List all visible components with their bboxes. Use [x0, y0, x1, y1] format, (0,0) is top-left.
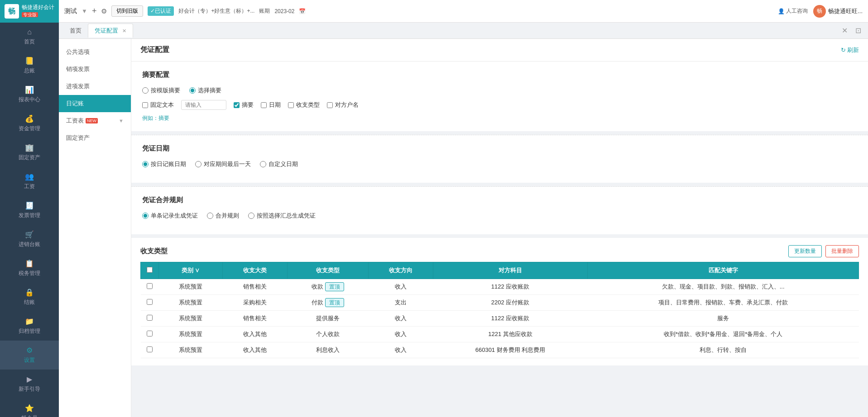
radio-custom-date[interactable]: 自定义日期	[260, 160, 298, 168]
batch-delete-button[interactable]: 批量删除	[825, 245, 859, 257]
sidebar-item-tax-label: 税务管理	[19, 270, 40, 277]
radio-last-day[interactable]: 对应期间最后一天	[195, 160, 251, 168]
page-title: 凭证配置	[140, 45, 169, 55]
radio-single[interactable]: 单条记录生成凭证	[142, 212, 198, 220]
fixed-text-input[interactable]	[181, 100, 226, 110]
refresh-button[interactable]: ↻ 刷新	[841, 46, 859, 54]
merge-radio-group: 单条记录生成凭证 合并规则 按照选择汇总生成凭证	[142, 212, 857, 220]
sidebar-item-invoices[interactable]: 🧾 发票管理	[0, 196, 59, 225]
row-keywords-1: 欠款、现金、项目款、到款、报销款、汇入、...	[588, 279, 859, 295]
sidebar-item-ledger[interactable]: 📒 总账	[0, 51, 59, 80]
tab-home[interactable]: 首页	[63, 24, 88, 38]
ledger-icon: 📒	[25, 57, 34, 65]
top-bar: 测试 ▼ + ⚙ 切到旧版 ✓已认证 好会计（专）+好生意（标）+... 账期 …	[59, 0, 868, 23]
sidebar-item-closing-label: 结账	[24, 299, 35, 306]
tab-close-icon[interactable]: ✕	[122, 28, 126, 33]
row-big-type-3: 销售相关	[222, 311, 287, 327]
row-big-type-4: 收入其他	[222, 327, 287, 342]
sidebar-item-reports-label: 报表中心	[19, 96, 40, 104]
logo-icon: 畅	[5, 4, 19, 19]
summary-gen-label: 按照选择汇总生成凭证	[257, 212, 316, 220]
row-big-type-1: 销售相关	[222, 279, 287, 295]
main-area: 测试 ▼ + ⚙ 切到旧版 ✓已认证 好会计（专）+好生意（标）+... 账期 …	[59, 0, 868, 417]
row-subject-5: 660301 财务费用 利息费用	[433, 342, 588, 358]
sidebar-item-assets[interactable]: 🏢 固定资产	[0, 138, 59, 167]
topbar-right: 👤 人工咨询 畅 畅捷通旺旺...	[778, 5, 863, 18]
sidebar-item-tax[interactable]: 📋 税务管理	[0, 254, 59, 283]
window-expand-icon[interactable]: ⊡	[853, 25, 863, 36]
sidebar-item-home[interactable]: ⌂ 首页	[0, 23, 59, 51]
left-nav-public[interactable]: 公共选项	[59, 43, 131, 61]
single-label: 单条记录生成凭证	[151, 212, 198, 220]
row-checkbox-4	[141, 327, 159, 342]
row-keywords-4: 收到*借款、收到*备用金、退回*备用金、个人	[588, 327, 859, 342]
left-nav-journal[interactable]: 日记账	[59, 95, 131, 112]
sidebar-item-reports[interactable]: 📊 报表中心	[0, 80, 59, 109]
window-close-icon[interactable]: ✕	[839, 25, 850, 36]
tab-bar: 首页 凭证配置 ✕ ✕ ⊡	[59, 23, 868, 39]
radio-journal-date[interactable]: 按日记账日期	[142, 160, 186, 168]
radio-template-summary[interactable]: 按模版摘要	[142, 86, 180, 95]
sidebar-item-member[interactable]: ⭐ 畅会员	[0, 398, 59, 417]
row-type-2: 付款 置顶	[287, 295, 368, 311]
type-tag-1[interactable]: 置顶	[325, 282, 344, 291]
support-button[interactable]: 👤 人工咨询	[778, 7, 808, 15]
topbar-add-icon[interactable]: +	[92, 6, 97, 16]
left-nav-sales-invoice[interactable]: 销项发票	[59, 61, 131, 78]
sidebar-item-funds-label: 资金管理	[19, 125, 40, 133]
period-label: 账期	[259, 7, 270, 15]
calendar-icon[interactable]: 📅	[299, 8, 306, 14]
invoices-icon: 🧾	[25, 201, 34, 210]
left-nav-fixed-assets[interactable]: 固定资产	[59, 129, 131, 147]
user-profile[interactable]: 畅 畅捷通旺旺...	[813, 5, 863, 18]
checkbox-summary[interactable]: 摘要	[234, 101, 254, 109]
th-direction: 收支方向	[368, 262, 433, 279]
row-category-2: 系统预置	[159, 295, 223, 311]
nav-arrow-icon: ▼	[119, 118, 124, 123]
sidebar-item-guide[interactable]: ▶ 新手引导	[0, 370, 59, 398]
topbar-gear-icon[interactable]: ⚙	[101, 7, 107, 15]
checkbox-fixed-text[interactable]: 固定文本	[142, 101, 174, 109]
radio-summary-gen[interactable]: 按照选择汇总生成凭证	[248, 212, 316, 220]
income-type-label: 收支类型	[296, 101, 320, 109]
date-radio-group: 按日记账日期 对应期间最后一天 自定义日期	[142, 160, 857, 168]
row-type-5: 利息收入	[287, 342, 368, 358]
sidebar-item-settings[interactable]: ⚙ 设置	[0, 341, 59, 370]
checkbox-counterpart[interactable]: 对方户名	[327, 101, 359, 109]
row-direction-3: 收入	[368, 311, 433, 327]
type-tag-2[interactable]: 置顶	[325, 298, 344, 307]
topbar-dropdown-icon[interactable]: ▼	[82, 8, 87, 14]
row-subject-2: 2202 应付账款	[433, 295, 588, 311]
sidebar-item-salary[interactable]: 👥 工资	[0, 167, 59, 196]
radio-merge[interactable]: 合并规则	[207, 212, 239, 220]
table-row: 系统预置 收入其他 个人收款 收入 1221 其他应收款 收到*借款、收到*备用…	[141, 327, 859, 342]
row-direction-4: 收入	[368, 327, 433, 342]
logo-text: 畅捷通好会计 专业版	[22, 4, 54, 18]
voucher-date-title: 凭证日期	[142, 144, 857, 153]
sidebar-item-assets-label: 固定资产	[19, 154, 40, 161]
sidebar-item-closing[interactable]: 🔒 结账	[0, 283, 59, 312]
checkbox-income-type[interactable]: 收支类型	[288, 101, 320, 109]
radio-select-summary[interactable]: 选择摘要	[189, 86, 221, 95]
merge-rule-section: 凭证合并规则 单条记录生成凭证 合并规则 按照选择汇总生成凭证	[131, 187, 868, 238]
sidebar-item-purchase[interactable]: 🛒 进销台账	[0, 225, 59, 254]
switch-version-button[interactable]: 切到旧版	[111, 5, 143, 17]
sidebar-item-funds[interactable]: 💰 资金管理	[0, 109, 59, 138]
row-direction-5: 收入	[368, 342, 433, 358]
row-big-type-2: 采购相关	[222, 295, 287, 311]
select-all-checkbox[interactable]	[147, 267, 153, 273]
sidebar-item-home-label: 首页	[24, 38, 35, 46]
refresh-icon: ↻	[841, 47, 846, 53]
sidebar-item-archive[interactable]: 📁 归档管理	[0, 312, 59, 341]
table-row: 系统预置 销售相关 收款 置顶 收入 1122 应收账款 欠款、现金、项目款、到…	[141, 279, 859, 295]
left-nav-payroll[interactable]: 工资表 NEW ▼	[59, 112, 131, 129]
left-nav: 公共选项 销项发票 进项发票 日记账 工资表 NEW ▼ 固定资产	[59, 39, 131, 417]
left-nav-purchase-invoice[interactable]: 进项发票	[59, 78, 131, 95]
tab-voucher-config[interactable]: 凭证配置 ✕	[88, 24, 133, 38]
salary-icon: 👥	[25, 172, 34, 181]
app-logo: 畅 畅捷通好会计 专业版	[0, 0, 59, 23]
settings-icon: ⚙	[26, 346, 33, 355]
update-count-button[interactable]: 更新数量	[788, 245, 822, 257]
row-subject-3: 1122 应收账款	[433, 311, 588, 327]
checkbox-date[interactable]: 日期	[261, 101, 281, 109]
